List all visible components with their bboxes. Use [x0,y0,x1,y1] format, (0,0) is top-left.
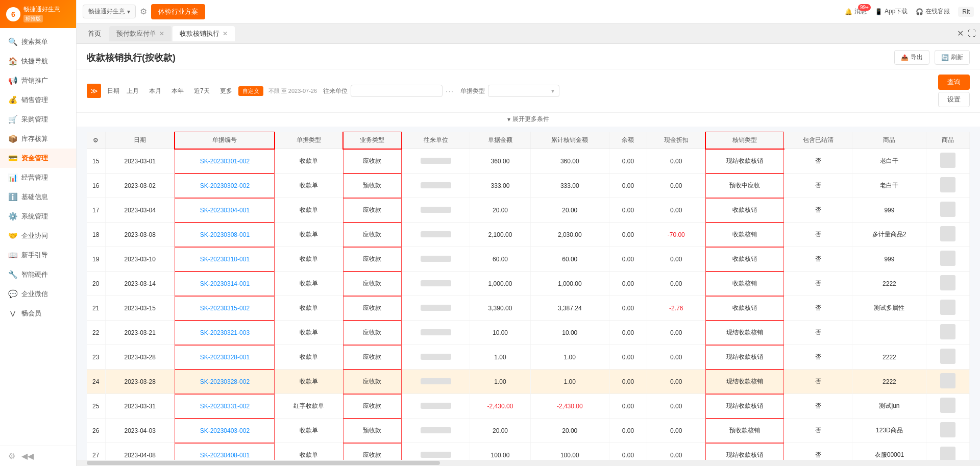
main-area: 畅捷通好生意 ▾ ⚙ 体验行业方案 🔔 消息 99+ 📱 App下载 🎧 在线客… [77,0,980,466]
sidebar-item-enterprise[interactable]: 🤝企业协同 [0,226,76,246]
tab-writeoff[interactable]: 收款核销执行 ✕ [173,26,235,41]
partner-input[interactable] [351,85,443,97]
cell-verify-type: 收款核销 [705,223,784,247]
bill-no-link[interactable]: SK-20230314-001 [200,280,250,287]
cell-verify-type: 现结收款核销 [705,321,784,345]
cell-amount: 20.00 [470,419,531,443]
date-last-month[interactable]: 上月 [122,85,143,97]
expand-label: 展开更多条件 [512,115,549,124]
expand-more-button[interactable]: ▾ 展开更多条件 [507,115,549,124]
export-button[interactable]: 📤 导出 [894,50,929,65]
content-area: 收款核销执行(按收款) 📤 导出 🔄 刷新 ≫ 日期 上月 本月 [77,44,980,466]
topbar-left: 畅捷通好生意 ▾ ⚙ 体验行业方案 [83,4,840,19]
sidebar-item-search-menu[interactable]: 🔍搜索菜单 [0,32,76,52]
collapse-icon[interactable]: ◀◀ [21,451,34,461]
user-profile[interactable]: Rit [958,7,974,17]
col-settings[interactable]: ⚙ [87,132,105,149]
bill-no-link[interactable]: SK-20230302-002 [200,182,250,189]
cell-goods: 老白干 [852,149,926,174]
cell-date: 2023-04-03 [105,419,175,443]
bill-type-select-wrap [488,85,559,97]
bill-no-link[interactable]: SK-20230301-002 [200,158,250,165]
export-label: 导出 [911,53,923,62]
sidebar-item-basic[interactable]: ℹ️基础信息 [0,187,76,207]
cell-write-off: -2,430.00 [530,394,609,419]
cell-date: 2023-03-02 [105,174,175,198]
bill-no-link[interactable]: SK-20230403-002 [200,427,250,434]
tab-prepayment[interactable]: 预付款应付单 ✕ [109,26,172,41]
bill-no-link[interactable]: SK-20230304-001 [200,207,250,214]
tab-writeoff-close[interactable]: ✕ [223,30,228,37]
tab-home-label: 首页 [88,29,101,38]
date-this-month[interactable]: 本月 [145,85,165,97]
bill-no-link[interactable]: SK-20230328-001 [200,354,250,361]
finance-icon: 💳 [8,154,17,163]
date-this-year[interactable]: 本年 [167,85,188,97]
topbar-dropdown[interactable]: 畅捷通好生意 ▾ [83,5,136,18]
cell-goods: 999 [852,247,926,272]
sidebar-item-finance[interactable]: 💳资金管理 [0,149,76,168]
app-download-button[interactable]: 📱 App下载 [875,7,908,16]
sidebar-item-operation[interactable]: 📊经营管理 [0,168,76,187]
chevron-down-icon: ▾ [127,8,130,15]
settings-icon[interactable]: ⚙ [8,451,15,461]
tab-home[interactable]: 首页 [81,26,108,41]
bill-no-link[interactable]: SK-20230321-003 [200,329,250,336]
gear-icon[interactable]: ⚙ [140,7,147,16]
col-verify-type: 核销类型 [705,132,784,149]
bill-type-label: 单据类型 [460,87,485,95]
table-container: ⚙ 日期 单据编号 单据类型 业务类型 往来单位 单据金额 累计核销金额 余额 … [77,132,980,460]
bill-no-link[interactable]: SK-20230308-001 [200,231,250,238]
sidebar-item-marketing[interactable]: 📢营销推广 [0,71,76,90]
date-7days[interactable]: 近7天 [190,85,214,97]
sidebar-item-inventory[interactable]: 📦库存核算 [0,129,76,149]
date-more[interactable]: 更多 [216,85,236,97]
cell-balance: 0.00 [609,149,647,174]
sidebar-item-system[interactable]: ⚙️系统管理 [0,207,76,226]
solution-button[interactable]: 体验行业方案 [151,4,205,19]
bill-no-link[interactable]: SK-20230310-001 [200,256,250,263]
cell-goods: 999 [852,198,926,223]
query-button[interactable]: 查询 [938,75,970,90]
cell-discount: 0.00 [647,198,705,223]
settings-button[interactable]: 设置 [938,92,970,107]
cell-balance: 0.00 [609,296,647,321]
sidebar-item-member[interactable]: V畅会员 [0,304,76,323]
date-custom-button[interactable]: 自定义 [238,86,263,96]
cell-partner [402,247,470,272]
filter-toggle-button[interactable]: ≫ [87,84,101,98]
sidebar-item-quick-nav[interactable]: 🏠快捷导航 [0,52,76,71]
bill-no-link[interactable]: SK-20230408-001 [200,452,250,459]
bill-no-link[interactable]: SK-20230331-002 [200,403,250,410]
col-date: 日期 [105,132,175,149]
sidebar-item-guide[interactable]: 📖新手引导 [0,246,76,265]
table-row: 24 2023-03-28 SK-20230328-002 收款单 应收款 1.… [87,370,970,394]
sidebar-item-label: 智能硬件 [21,270,48,279]
tab-prepayment-close[interactable]: ✕ [159,30,164,37]
online-service-button[interactable]: 🎧 在线客服 [916,7,950,16]
cell-bill-no: SK-20230301-002 [175,149,275,174]
sidebar-item-sales[interactable]: 💰销售管理 [0,90,76,110]
bill-type-select[interactable] [488,85,559,97]
cell-write-off: 1.00 [530,345,609,370]
cell-amount: 1.00 [470,370,531,394]
refresh-button[interactable]: 🔄 刷新 [935,50,970,65]
tab-fullscreen-button[interactable]: ⛶ [968,29,976,38]
cell-partner [402,443,470,460]
notification-button[interactable]: 🔔 消息 99+ [845,7,867,16]
sidebar-item-purchase[interactable]: 🛒采购管理 [0,110,76,129]
sidebar-item-label: 畅会员 [21,309,41,318]
cell-goods2 [926,370,970,394]
sidebar-item-wechat[interactable]: 💬企业微信 [0,284,76,304]
sidebar-item-hardware[interactable]: 🔧智能硬件 [0,265,76,284]
cell-num: 19 [87,247,105,272]
horizontal-scrollbar[interactable] [77,460,980,466]
bill-no-link[interactable]: SK-20230328-002 [200,378,250,385]
inventory-icon: 📦 [8,134,17,143]
tab-close-all-button[interactable]: ✕ [957,29,964,38]
cell-num: 18 [87,223,105,247]
partner-value [421,231,451,237]
dropdown-text: 畅捷通好生意 [88,7,125,16]
bill-no-link[interactable]: SK-20230315-002 [200,305,250,312]
cell-num: 20 [87,272,105,296]
